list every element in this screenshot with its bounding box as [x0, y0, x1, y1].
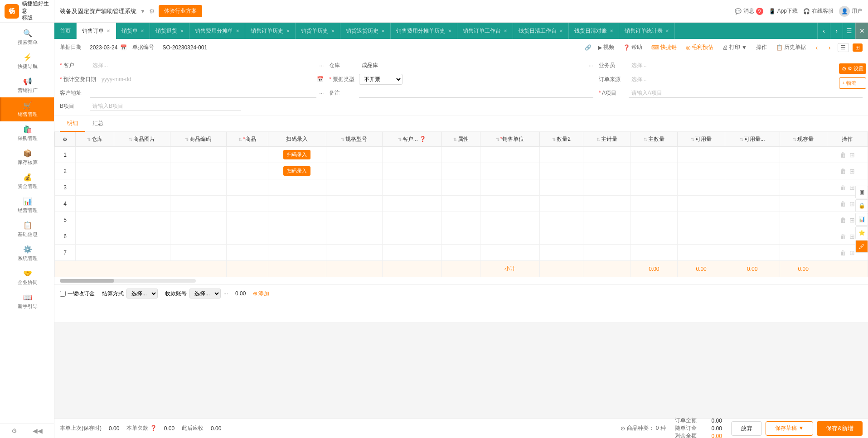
- float-btn-5[interactable]: 🖊: [855, 240, 868, 253]
- delivery-input[interactable]: [99, 75, 314, 84]
- list-view-btn[interactable]: ☰: [838, 43, 849, 52]
- delivery-calendar-icon[interactable]: 📅: [317, 76, 324, 82]
- row-1-copy-btn[interactable]: ⊞: [849, 151, 855, 159]
- tab-sales-hist-close[interactable]: ✕: [331, 29, 335, 34]
- col-sort-attr[interactable]: ⇅: [453, 137, 457, 142]
- dropdown-icon[interactable]: ▼: [140, 8, 145, 14]
- tab-expense-history[interactable]: 销售费用分摊单历史 ✕: [391, 23, 457, 39]
- setting-side-btn[interactable]: ⚙ ⚙ 设置: [839, 63, 866, 74]
- tab-return-close[interactable]: ✕: [180, 29, 184, 34]
- row-1-current[interactable]: [780, 147, 827, 163]
- float-btn-1[interactable]: ▣: [855, 186, 868, 198]
- col-sort-av[interactable]: ⇅: [691, 137, 694, 142]
- tab-cash-rec-close[interactable]: ✕: [610, 29, 613, 34]
- tab-order-history[interactable]: 销售订单历史 ✕: [245, 23, 296, 39]
- row-2-available[interactable]: [678, 163, 725, 179]
- sidebar-item-basic[interactable]: 📋 基础信息: [0, 217, 54, 241]
- save-btn[interactable]: 保存&新增: [817, 421, 863, 436]
- b-project-input[interactable]: [90, 101, 241, 111]
- col-sort-code[interactable]: ⇅: [185, 137, 189, 142]
- tabs-menu-btn[interactable]: ☰: [843, 23, 855, 39]
- row-1-sales-unit[interactable]: [480, 147, 540, 163]
- row-1-main-unit[interactable]: [583, 147, 630, 163]
- row-1-code[interactable]: [170, 147, 226, 163]
- tab-order-hist-close[interactable]: ✕: [286, 29, 290, 34]
- warehouse-input[interactable]: [359, 61, 586, 70]
- calendar-icon[interactable]: 📅: [120, 44, 127, 51]
- row-2-copy-btn[interactable]: ⊞: [849, 168, 855, 175]
- float-btn-2[interactable]: 🔒: [855, 199, 868, 212]
- tab-cash-wb-close[interactable]: ✕: [559, 29, 563, 34]
- customer-input[interactable]: [90, 61, 316, 70]
- remark-input[interactable]: [359, 88, 593, 98]
- tab-sales-return[interactable]: 销货退货 ✕: [150, 23, 189, 39]
- row-7-delete-btn[interactable]: 🗑: [840, 249, 846, 256]
- account-select[interactable]: 选择...: [189, 289, 221, 298]
- scan-button[interactable]: 扫码录入: [283, 150, 310, 159]
- tab-return-history[interactable]: 销货退货历史 ✕: [340, 23, 391, 39]
- sidebar-item-sales[interactable]: 🛒 销售管理: [0, 97, 54, 121]
- row-2-attribute[interactable]: [442, 163, 480, 179]
- tabs-close-btn[interactable]: ✕: [855, 23, 868, 39]
- prev-record-btn[interactable]: ‹: [812, 43, 821, 52]
- float-btn-3[interactable]: 📊: [855, 213, 868, 226]
- settings-icon[interactable]: ⚙: [149, 8, 155, 15]
- tab-sales-order[interactable]: 销售订单 ✕: [77, 23, 116, 39]
- row-1-delete-btn[interactable]: 🗑: [840, 151, 846, 159]
- scan-button[interactable]: 扫码录入: [283, 166, 310, 176]
- row-2-delete-btn[interactable]: 🗑: [840, 168, 846, 175]
- row-7-copy-btn[interactable]: ⊞: [849, 249, 855, 256]
- col-settings[interactable]: ⚙: [55, 132, 76, 147]
- tab-sales-close[interactable]: ✕: [141, 29, 144, 34]
- row-5-copy-btn[interactable]: ⊞: [849, 217, 855, 224]
- collapse-btn[interactable]: ◀◀: [33, 427, 43, 434]
- col-sort-av2[interactable]: ⇅: [740, 137, 743, 142]
- row-2-scan[interactable]: 扫码录入: [268, 163, 326, 179]
- support-item[interactable]: 🎧 在线客服: [803, 7, 834, 15]
- row-1-image[interactable]: [114, 147, 170, 163]
- row-6-copy-btn[interactable]: ⊞: [849, 233, 855, 240]
- sidebar-item-quick[interactable]: ⚡ 快捷导航: [0, 49, 54, 73]
- industry-btn[interactable]: 体验行业方案: [159, 5, 202, 17]
- tab-sales-history[interactable]: 销货单历史 ✕: [296, 23, 340, 39]
- settings-bottom-btn[interactable]: ⚙: [11, 427, 17, 434]
- row-2-qty2[interactable]: [540, 163, 583, 179]
- profit-btn[interactable]: ◎ 毛利预估: [683, 43, 716, 52]
- sidebar-item-purchase[interactable]: 🛍️ 采购管理: [0, 121, 54, 145]
- row-2-current[interactable]: [780, 163, 827, 179]
- fake-scrollbar[interactable]: [60, 279, 196, 283]
- row-5-delete-btn[interactable]: 🗑: [840, 217, 846, 224]
- account-ellipsis[interactable]: ···: [223, 290, 228, 297]
- scrollbar-thumb[interactable]: [60, 279, 114, 283]
- next-record-btn[interactable]: ›: [825, 43, 834, 52]
- user-item[interactable]: 👤 用户: [839, 6, 863, 17]
- col-sort-cust[interactable]: ⇅: [398, 137, 402, 142]
- tab-expense-split[interactable]: 销售费用分摊单 ✕: [189, 23, 245, 39]
- tab-summary[interactable]: 汇总: [85, 116, 111, 132]
- row-2-product[interactable]: [227, 163, 268, 179]
- row-2-available2[interactable]: [725, 163, 780, 179]
- tab-order-wb-close[interactable]: ✕: [504, 29, 507, 34]
- row-4-delete-btn[interactable]: 🗑: [840, 200, 846, 207]
- row-3-delete-btn[interactable]: 🗑: [840, 184, 846, 191]
- table-settings-icon[interactable]: ⚙: [63, 136, 68, 143]
- tab-cash-workbench[interactable]: 钱货日清工作台 ✕: [513, 23, 569, 39]
- row-2-image[interactable]: [114, 163, 170, 179]
- row-2-main-qty[interactable]: [630, 163, 678, 179]
- row-2-main-unit[interactable]: [583, 163, 630, 179]
- warehouse-ellipsis[interactable]: ···: [589, 63, 593, 69]
- tab-sales-order-close[interactable]: ✕: [107, 29, 110, 34]
- tab-order-workbench[interactable]: 销售订单工作台 ✕: [457, 23, 513, 39]
- sidebar-item-system[interactable]: ⚙️ 系统管理: [0, 241, 54, 265]
- sidebar-item-enterprise[interactable]: 🤝 企业协同: [0, 265, 54, 289]
- col-sort-unit[interactable]: ⇅: [496, 137, 499, 142]
- sidebar-item-marketing[interactable]: 📢 营销推广: [0, 73, 54, 97]
- tab-stats-close[interactable]: ✕: [665, 29, 669, 34]
- col-sort[interactable]: ⇅: [87, 137, 91, 142]
- help-btn[interactable]: ❓ 帮助: [621, 43, 645, 52]
- row-1-qty2[interactable]: [540, 147, 583, 163]
- row-2-cust-code[interactable]: [382, 163, 441, 179]
- sidebar-item-guide[interactable]: 📖 新手引导: [0, 289, 54, 313]
- tab-home[interactable]: 首页: [54, 23, 77, 39]
- sidebar-item-search[interactable]: 🔍 搜索菜单: [0, 25, 54, 49]
